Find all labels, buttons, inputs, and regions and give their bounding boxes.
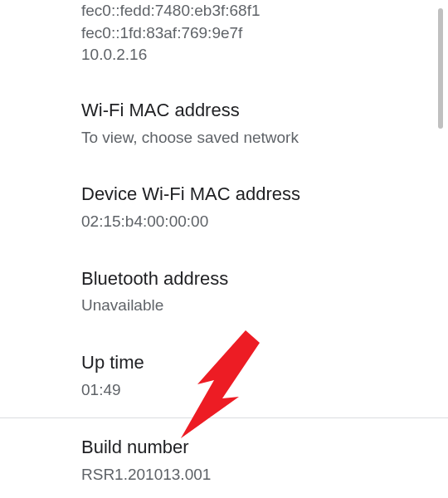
- ip-line: fec0::fedd:7480:eb3f:68f1: [81, 0, 431, 22]
- item-subtitle: RSR1.201013.001: [81, 464, 431, 486]
- build-number-item[interactable]: Build number RSR1.201013.001: [81, 418, 431, 494]
- item-title: Device Wi-Fi MAC address: [81, 182, 431, 208]
- device-wifi-mac-address-item[interactable]: Device Wi-Fi MAC address 02:15:b4:00:00:…: [81, 157, 431, 241]
- item-subtitle: 02:15:b4:00:00:00: [81, 211, 431, 233]
- item-subtitle: 01:49: [81, 379, 431, 402]
- item-title: Up time: [81, 350, 431, 376]
- ip-address-section: fec0::fedd:7480:eb3f:68f1 fec0::1fd:83af…: [81, 0, 431, 73]
- item-title: Wi-Fi MAC address: [81, 98, 431, 124]
- ip-line: fec0::1fd:83af:769:9e7f: [81, 22, 431, 45]
- scrollbar[interactable]: [438, 8, 443, 129]
- item-subtitle: To view, choose saved network: [81, 127, 431, 149]
- divider: [0, 417, 448, 418]
- up-time-item[interactable]: Up time 01:49: [81, 325, 431, 409]
- item-title: Build number: [81, 435, 431, 461]
- item-title: Bluetooth address: [81, 266, 431, 292]
- wifi-mac-address-item[interactable]: Wi-Fi MAC address To view, choose saved …: [81, 73, 431, 157]
- ip-line: 10.0.2.16: [81, 44, 431, 66]
- item-subtitle: Unavailable: [81, 295, 431, 317]
- bluetooth-address-item[interactable]: Bluetooth address Unavailable: [81, 242, 431, 325]
